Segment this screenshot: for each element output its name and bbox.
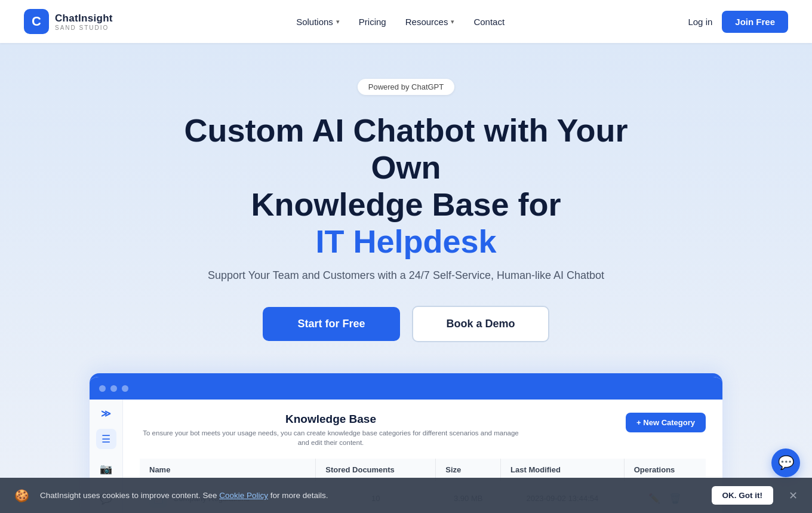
cookie-policy-link[interactable]: Cookie Policy [219, 491, 268, 500]
chevron-down-icon: ▾ [451, 18, 454, 26]
close-icon[interactable]: ✕ [789, 489, 798, 502]
logo-name: ChatInsight [55, 13, 113, 24]
hero-section: Powered by ChatGPT Custom AI Chatbot wit… [0, 43, 812, 513]
got-it-button[interactable]: OK. Got it! [712, 486, 774, 505]
powered-badge: Powered by ChatGPT [358, 79, 454, 95]
kb-subtitle: To ensure your bot meets your usage need… [140, 428, 522, 447]
join-free-button[interactable]: Join Free [722, 11, 788, 33]
nav-pricing[interactable]: Pricing [359, 17, 386, 27]
start-free-button[interactable]: Start for Free [263, 307, 400, 341]
logo-text: ChatInsight Sand Studio [55, 13, 113, 31]
nav-actions: Log in Join Free [688, 11, 788, 33]
demo-dot-2 [110, 385, 117, 392]
chat-icon: 💬 [778, 455, 794, 471]
login-button[interactable]: Log in [688, 17, 712, 27]
kb-header: Knowledge Base To ensure your bot meets … [140, 413, 706, 447]
hero-buttons: Start for Free Book a Demo [24, 306, 788, 342]
nav-contact[interactable]: Contact [473, 17, 505, 27]
demo-dot-3 [122, 385, 128, 392]
chevron-down-icon: ▾ [336, 18, 340, 26]
nav-links: Solutions ▾ Pricing Resources ▾ Contact [296, 17, 505, 27]
kb-title-group: Knowledge Base To ensure your bot meets … [140, 413, 522, 447]
demo-bar [90, 377, 722, 400]
kb-title: Knowledge Base [140, 413, 522, 426]
new-category-button[interactable]: + New Category [626, 413, 706, 432]
hero-highlight: IT Helpdesk [149, 223, 663, 260]
sidebar-toggle[interactable]: ≫ [101, 408, 111, 419]
demo-dot-1 [99, 385, 106, 392]
nav-resources[interactable]: Resources ▾ [405, 17, 455, 27]
cookie-emoji: 🍪 [14, 489, 29, 503]
hero-subtitle: Support Your Team and Customers with a 2… [24, 269, 788, 282]
book-demo-button[interactable]: Book a Demo [412, 306, 549, 342]
navbar: C ChatInsight Sand Studio Solutions ▾ Pr… [0, 0, 812, 43]
sidebar-icon-camera[interactable]: 📷 [96, 459, 116, 479]
sidebar-icon-docs[interactable]: ☰ [96, 429, 116, 449]
chat-bubble[interactable]: 💬 [771, 449, 800, 477]
nav-solutions[interactable]: Solutions ▾ [296, 17, 340, 27]
logo-icon: C [24, 9, 49, 34]
cookie-text: ChatInsight uses cookies to improve cont… [40, 491, 701, 500]
logo-sub: Sand Studio [55, 24, 113, 31]
hero-title: Custom AI Chatbot with Your Own Knowledg… [149, 112, 663, 260]
cookie-banner: 🍪 ChatInsight uses cookies to improve co… [0, 478, 812, 513]
logo[interactable]: C ChatInsight Sand Studio [24, 9, 113, 34]
